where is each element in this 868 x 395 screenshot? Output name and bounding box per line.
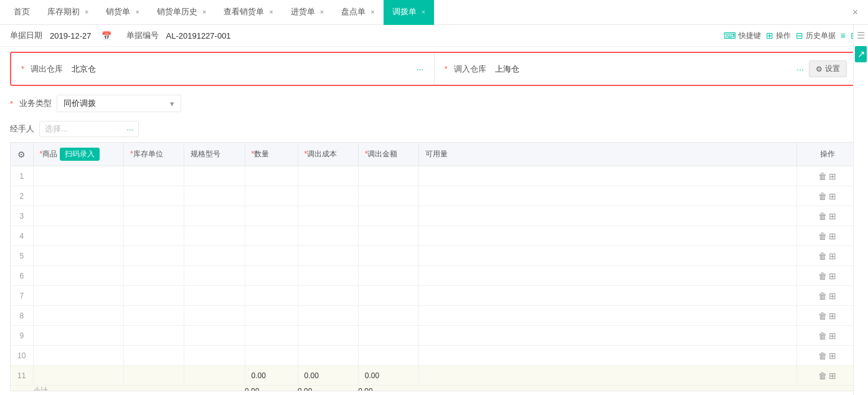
cost-cell-8[interactable] <box>298 306 358 326</box>
qty-cell-2[interactable] <box>245 186 298 206</box>
amount-cell-7[interactable] <box>358 286 418 306</box>
unit-cell-6[interactable] <box>124 266 184 286</box>
copy-icon-6[interactable]: ⊞ <box>829 271 836 281</box>
qty-cell-4[interactable] <box>245 226 298 246</box>
tab-sales-history-close[interactable]: × <box>202 8 206 16</box>
unit-cell-3[interactable] <box>124 206 184 226</box>
copy-icon-2[interactable]: ⊞ <box>829 191 836 201</box>
delete-icon-3[interactable]: 🗑 <box>818 211 827 221</box>
available-cell-4[interactable] <box>418 226 796 246</box>
spec-cell-9[interactable] <box>184 326 245 346</box>
unit-cell-4[interactable] <box>124 226 184 246</box>
cost-cell-2[interactable] <box>298 186 358 206</box>
product-cell-2[interactable] <box>33 186 124 206</box>
spec-cell-7[interactable] <box>184 286 245 306</box>
cost-cell-10[interactable] <box>298 346 358 366</box>
delete-icon-5[interactable]: 🗑 <box>818 251 827 261</box>
tab-stocktake[interactable]: 盘点单 × <box>333 0 383 25</box>
amount-cell-8[interactable] <box>358 306 418 326</box>
scan-button[interactable]: 扫码录入 <box>60 148 100 161</box>
product-cell-9[interactable] <box>33 326 124 346</box>
transfer-out-more-btn[interactable]: ··· <box>417 64 424 74</box>
tab-transfer[interactable]: 调拨单 × <box>384 0 434 25</box>
available-cell-8[interactable] <box>418 306 796 326</box>
cost-cell-9[interactable] <box>298 326 358 346</box>
qty-cell-10[interactable] <box>245 346 298 366</box>
settings-button[interactable]: ⚙ 设置 <box>809 60 847 77</box>
cost-cell-7[interactable] <box>298 286 358 306</box>
copy-icon-9[interactable]: ⊞ <box>829 331 836 341</box>
product-cell-4[interactable] <box>33 226 124 246</box>
tab-sales-order[interactable]: 销货单 × <box>97 0 148 25</box>
unit-cell-7[interactable] <box>124 286 184 306</box>
tab-transfer-close[interactable]: × <box>422 8 425 16</box>
spec-cell-10[interactable] <box>184 346 245 366</box>
product-cell-11[interactable] <box>33 366 124 386</box>
delete-icon-8[interactable]: 🗑 <box>818 311 827 321</box>
copy-icon-11[interactable]: ⊞ <box>829 371 836 381</box>
tab-purchase[interactable]: 进货单 × <box>282 0 333 25</box>
copy-icon-7[interactable]: ⊞ <box>829 291 836 301</box>
tab-sales-order-close[interactable]: × <box>135 8 139 16</box>
unit-cell-1[interactable] <box>124 166 184 186</box>
product-cell-10[interactable] <box>33 346 124 366</box>
cost-cell-4[interactable] <box>298 226 358 246</box>
product-cell-7[interactable] <box>33 286 124 306</box>
qty-cell-3[interactable] <box>245 206 298 226</box>
history-action[interactable]: ⊟ 历史单据 <box>796 31 836 41</box>
unit-cell-5[interactable] <box>124 246 184 266</box>
cost-cell-6[interactable] <box>298 266 358 286</box>
spec-cell-1[interactable] <box>184 166 245 186</box>
window-close-button[interactable]: × <box>847 7 863 18</box>
spec-cell-2[interactable] <box>184 186 245 206</box>
qty-cell-5[interactable] <box>245 246 298 266</box>
amount-cell-6[interactable] <box>358 266 418 286</box>
amount-cell-10[interactable] <box>358 346 418 366</box>
delete-icon-2[interactable]: 🗑 <box>818 191 827 201</box>
available-cell-9[interactable] <box>418 326 796 346</box>
spec-cell-11[interactable] <box>184 366 245 386</box>
copy-icon-8[interactable]: ⊞ <box>829 311 836 321</box>
available-cell-10[interactable] <box>418 346 796 366</box>
delete-icon-4[interactable]: 🗑 <box>818 231 827 241</box>
tab-view-sales[interactable]: 查看销货单 × <box>215 0 281 25</box>
spec-cell-6[interactable] <box>184 266 245 286</box>
product-cell-3[interactable] <box>33 206 124 226</box>
qty-cell-9[interactable] <box>245 326 298 346</box>
unit-cell-10[interactable] <box>124 346 184 366</box>
person-more-btn[interactable]: ··· <box>126 125 133 134</box>
tab-view-sales-close[interactable]: × <box>269 8 273 16</box>
cost-cell-1[interactable] <box>298 166 358 186</box>
unit-cell-8[interactable] <box>124 306 184 326</box>
available-cell-2[interactable] <box>418 186 796 206</box>
copy-icon-5[interactable]: ⊞ <box>829 251 836 261</box>
spec-cell-8[interactable] <box>184 306 245 326</box>
amount-cell-1[interactable] <box>358 166 418 186</box>
copy-icon-10[interactable]: ⊞ <box>829 351 836 361</box>
copy-icon-3[interactable]: ⊞ <box>829 211 836 221</box>
unit-cell-9[interactable] <box>124 326 184 346</box>
transfer-in-more-btn[interactable]: ··· <box>796 64 804 74</box>
unit-cell-2[interactable] <box>124 186 184 206</box>
amount-cell-2[interactable] <box>358 186 418 206</box>
product-cell-6[interactable] <box>33 266 124 286</box>
amount-cell-3[interactable] <box>358 206 418 226</box>
sidebar-external-icon[interactable]: ↗ <box>855 46 867 62</box>
qty-cell-8[interactable] <box>245 306 298 326</box>
delete-icon-11[interactable]: 🗑 <box>818 371 827 381</box>
amount-cell-4[interactable] <box>358 226 418 246</box>
amount-cell-9[interactable] <box>358 326 418 346</box>
amount-cell-5[interactable] <box>358 246 418 266</box>
delete-icon-10[interactable]: 🗑 <box>818 351 827 361</box>
person-select[interactable]: 选择... ··· <box>39 121 139 137</box>
business-type-select[interactable]: 同价调拨 ▾ <box>57 95 181 112</box>
available-cell-6[interactable] <box>418 266 796 286</box>
copy-icon-1[interactable]: ⊞ <box>829 171 836 181</box>
qty-cell-7[interactable] <box>245 286 298 306</box>
spec-cell-5[interactable] <box>184 246 245 266</box>
calendar-icon[interactable]: 📅 <box>101 31 111 40</box>
available-cell-1[interactable] <box>418 166 796 186</box>
cost-cell-3[interactable] <box>298 206 358 226</box>
gear-icon[interactable]: ⚙ <box>17 150 26 159</box>
available-cell-7[interactable] <box>418 286 796 306</box>
